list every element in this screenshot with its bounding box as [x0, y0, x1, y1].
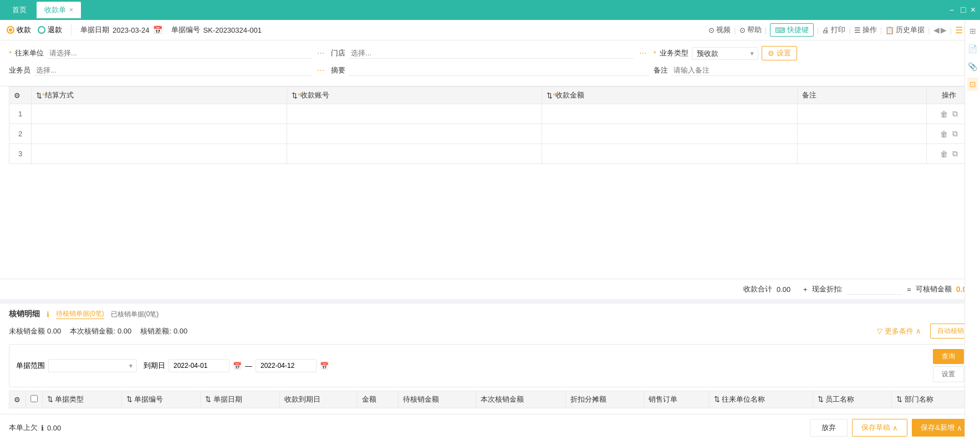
active-tab[interactable]: 收款单 × — [37, 2, 81, 18]
counterpart-more-btn[interactable]: ··· — [315, 48, 326, 58]
row-1-copy-icon[interactable]: ⧉ — [952, 109, 958, 119]
save-new-btn[interactable]: 保存&新增 ∧ — [912, 419, 971, 437]
row-2-notes[interactable] — [798, 124, 927, 144]
sidebar-attach-icon[interactable]: 📎 — [966, 60, 979, 73]
counterpart-input[interactable] — [47, 48, 312, 59]
salesperson-more-btn[interactable]: ··· — [315, 65, 326, 75]
row-2-delete-icon[interactable]: 🗑 — [940, 130, 948, 139]
sidebar-table-icon[interactable]: ⊞ — [967, 24, 978, 38]
bottom-info-icon[interactable]: ℹ — [41, 424, 44, 432]
next-arrow[interactable]: ▶ — [941, 25, 947, 34]
salesperson-input[interactable] — [34, 65, 312, 76]
date-icon[interactable]: 📅 — [153, 25, 162, 34]
date-from-input[interactable] — [169, 359, 229, 372]
form-row-2: 业务员 ··· 摘要 备注 — [9, 65, 971, 76]
wt-bill-date-sort[interactable]: ⇅ — [205, 395, 211, 403]
col-settings-icon[interactable]: ⚙ — [14, 91, 21, 100]
row-3-amount[interactable] — [542, 144, 798, 164]
row-1-settlement[interactable] — [32, 104, 287, 124]
col-account-sort[interactable]: ⇅ — [292, 91, 298, 100]
row-1-account[interactable] — [287, 104, 542, 124]
shortcut-label: 快捷键 — [787, 25, 809, 35]
writeoff-info-icon[interactable]: ℹ — [47, 310, 49, 319]
shortcut-btn[interactable]: ⌨ 快捷键 — [770, 23, 814, 37]
prev-arrow[interactable]: ◀ — [933, 25, 940, 34]
wt-bill-type-sort[interactable]: ⇅ — [47, 395, 53, 403]
date-from-icon[interactable]: 📅 — [233, 362, 242, 370]
receipt-table-wrapper: ⚙ ⇅ * 结算方式 ⇅ * 收款账号 — [0, 86, 980, 279]
date-to-input[interactable] — [256, 359, 317, 372]
form-settings-btn[interactable]: ⚙ 设置 — [762, 46, 797, 60]
filter-settings-btn[interactable]: 设置 — [933, 366, 964, 382]
row-2-account[interactable] — [287, 124, 542, 144]
nav-arrows: ◀ ▶ — [933, 25, 947, 34]
wt-bill-number-sort[interactable]: ⇅ — [126, 395, 132, 403]
video-btn[interactable]: ⊙ 视频 — [708, 25, 731, 35]
print-label: 打印 — [831, 25, 845, 35]
row-1-amount[interactable] — [542, 104, 798, 124]
minimize-btn[interactable]: － — [947, 4, 956, 16]
wt-col-settings[interactable]: ⚙ — [9, 391, 26, 408]
wt-select-all-checkbox[interactable] — [30, 395, 38, 402]
receipt-radio[interactable]: 收款 — [7, 25, 31, 35]
col-amount-sort[interactable]: ⇅ — [547, 91, 553, 100]
row-2-amount[interactable] — [542, 124, 798, 144]
business-type-select[interactable]: 预收款 — [692, 47, 758, 60]
range-select[interactable] — [48, 359, 137, 372]
row-3-account[interactable] — [287, 144, 542, 164]
abandon-btn[interactable]: 放弃 — [810, 419, 848, 437]
col-settings-header[interactable]: ⚙ — [9, 87, 32, 104]
store-more-btn[interactable]: ··· — [637, 48, 649, 58]
sidebar-capture-icon[interactable]: ⊡ — [967, 78, 978, 91]
wt-store-sort[interactable]: ⇅ — [896, 395, 902, 403]
receipt-radio-dot — [7, 26, 14, 34]
more-conditions-btn[interactable]: ▽ 更多条件 ∧ — [877, 326, 921, 336]
query-btn[interactable]: 查询 — [933, 349, 964, 364]
notes-label: 备注 — [654, 65, 668, 75]
abstract-label: 摘要 — [331, 65, 345, 75]
row-1-delete-icon[interactable]: 🗑 — [940, 110, 948, 119]
row-2-copy-icon[interactable]: ⧉ — [952, 129, 958, 139]
row-3-delete-icon[interactable]: 🗑 — [940, 150, 948, 158]
home-tab[interactable]: 首页 — [4, 2, 34, 18]
toolbar-separator — [71, 24, 72, 35]
date-to-icon[interactable]: 📅 — [320, 362, 329, 370]
col-settlement-sort[interactable]: ⇅ — [36, 91, 42, 100]
store-input[interactable] — [349, 48, 634, 59]
store-field: 门店 ··· — [331, 48, 649, 59]
abstract-input[interactable] — [349, 65, 649, 76]
wt-counterpart-sort[interactable]: ⇅ — [714, 395, 720, 403]
settings-label: 设置 — [777, 48, 791, 58]
row-2-settlement[interactable] — [32, 124, 287, 144]
row-1-notes[interactable] — [798, 104, 927, 124]
print-btn[interactable]: 🖨 打印 — [822, 25, 845, 35]
list-view-icon[interactable]: ☰ — [955, 25, 963, 35]
operation-btn[interactable]: ☰ 操作 — [854, 25, 877, 35]
save-new-label: 保存&新增 — [921, 423, 955, 433]
close-btn[interactable]: × — [971, 5, 976, 15]
pending-tab[interactable]: 待核销单据(0笔) — [56, 309, 104, 319]
date-value[interactable]: 2023-03-24 — [113, 26, 150, 34]
refund-radio[interactable]: 退款 — [38, 25, 62, 35]
row-3-settlement[interactable] — [32, 144, 287, 164]
col-settlement-header: ⇅ * 结算方式 — [32, 87, 287, 104]
save-draft-btn[interactable]: 保存草稿 ∧ — [852, 419, 907, 437]
help-btn[interactable]: ⊙ 帮助 — [739, 25, 762, 35]
history-btn[interactable]: 📋 历史单据 — [885, 25, 925, 35]
row-3-copy-icon[interactable]: ⧉ — [952, 149, 958, 158]
equals-sign: = — [907, 285, 911, 294]
writeoff-header: 核销明细 ℹ 待核销单据(0笔) 已核销单据(0笔) — [9, 309, 971, 319]
wt-employee-sort[interactable]: ⇅ — [818, 395, 824, 403]
wt-settings-icon[interactable]: ⚙ — [14, 396, 21, 404]
wt-col-checkbox[interactable] — [26, 391, 43, 408]
number-label: 单据编号 — [171, 25, 200, 35]
notes-input[interactable] — [671, 65, 971, 76]
refund-radio-dot — [38, 26, 45, 34]
history-icon: 📋 — [885, 26, 894, 34]
discount-input[interactable] — [847, 284, 902, 295]
sidebar-doc-icon[interactable]: 📄 — [966, 42, 979, 55]
tab-close-icon[interactable]: × — [69, 6, 73, 14]
done-tab[interactable]: 已核销单据(0笔) — [111, 310, 159, 319]
row-3-notes[interactable] — [798, 144, 927, 164]
maximize-btn[interactable]: □ — [961, 5, 966, 15]
